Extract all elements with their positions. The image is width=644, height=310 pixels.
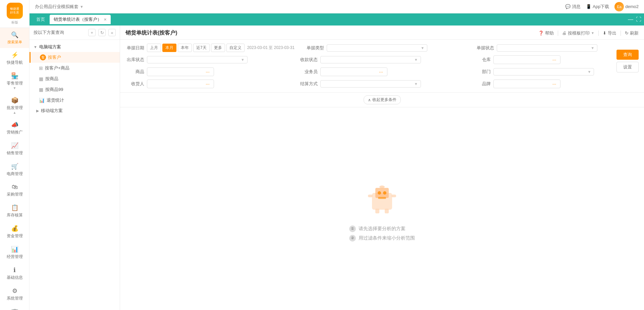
avatar: Ea: [614, 2, 624, 11]
consignee-input[interactable]: ···: [147, 80, 214, 88]
scheme-item-by-customer[interactable]: 客 按客户: [30, 52, 120, 63]
sidebar-item-sales[interactable]: 📈 销售管理: [0, 139, 29, 159]
brand-dots[interactable]: ···: [551, 81, 558, 87]
department-select[interactable]: ▼: [493, 68, 594, 75]
collapse-button[interactable]: ∧ 收起更多条件: [364, 95, 401, 104]
doc-status-select[interactable]: ▼: [497, 44, 597, 52]
receipt-status-cell: 收款状态 ▼: [299, 56, 466, 63]
tabbar: 首页 销货单统计表（按客户） ✕ — ⛶: [30, 13, 644, 25]
goods-dots[interactable]: ···: [204, 69, 211, 74]
sidebar-item-label: 经营管理: [7, 254, 23, 260]
scheme-item-by-goods99[interactable]: ▦ 按商品99: [30, 84, 120, 95]
app-download-button[interactable]: 📱 App下载: [586, 4, 609, 10]
export-icon: ⬇: [603, 31, 606, 36]
user-menu[interactable]: Ea demo2: [614, 2, 639, 11]
out-status-select[interactable]: ▼: [147, 56, 248, 63]
quicknav-icon: ⚡: [11, 51, 18, 59]
tip-text-2: 用过滤条件来缩小分析范围: [359, 235, 415, 241]
breadcrumb-dropdown[interactable]: 办公用品行业模拟账套 ▼: [35, 4, 84, 10]
settlement-chevron: ▼: [414, 82, 418, 86]
sidebar-item-operations[interactable]: 📊 经营管理: [0, 242, 29, 263]
warehouse-label: 仓库: [472, 57, 491, 63]
topbar: 办公用品行业模拟账套 ▼ 💬 消息 📱 App下载 Ea demo2: [30, 0, 644, 13]
search-icon: 🔍: [11, 31, 18, 39]
svg-point-2: [378, 191, 381, 195]
scheme-item-by-customer-goods[interactable]: ⊞ 按客户+商品: [30, 63, 120, 73]
date-btn-this-month[interactable]: 本月: [162, 44, 176, 52]
logo-text: 标版: [11, 20, 18, 25]
customer-goods-icon: ⊞: [39, 65, 43, 71]
system-icon: ⚙: [12, 287, 17, 295]
refresh-button[interactable]: ↻ 刷新: [625, 30, 639, 36]
settings-button[interactable]: 设置: [616, 62, 639, 72]
sidebar-logo: 畅捷通好生意 标版: [0, 0, 29, 28]
svg-rect-1: [375, 188, 389, 198]
sidebar-item-retail[interactable]: 🏪 零售管理 ▼: [0, 69, 29, 93]
tab-close-icon[interactable]: ✕: [104, 17, 107, 22]
message-label: 消息: [572, 4, 581, 10]
date-btn-this-year[interactable]: 本年: [178, 44, 192, 52]
date-filter-cell: 单据日期 上月 本月 本年 近7天 更多 自定义 2023-03-01 至 20…: [125, 44, 294, 52]
collapse-bar: ∧ 收起更多条件: [120, 93, 644, 107]
scheme-item-return-stat[interactable]: 📊 退货统计: [30, 95, 120, 106]
settlement-select[interactable]: ▼: [320, 80, 421, 88]
message-button[interactable]: 💬 消息: [565, 4, 581, 10]
help-button[interactable]: ❓ 帮助: [538, 30, 554, 36]
query-button[interactable]: 查询: [616, 50, 639, 60]
export-button[interactable]: ⬇ 导出: [603, 30, 616, 36]
brand-input[interactable]: ···: [493, 80, 560, 88]
sidebar-item-enterprise[interactable]: 🏢 企业协同: [0, 305, 29, 310]
print-button[interactable]: 🖨 按模板打印 ▼: [562, 30, 594, 36]
sidebar-item-ecommerce[interactable]: 🛒 电商管理: [0, 159, 29, 180]
sidebar-item-label: 零售管理: [7, 81, 23, 86]
consignee-dots[interactable]: ···: [204, 81, 211, 87]
tip-text-1: 请先选择要分析的方案: [359, 226, 406, 232]
warehouse-input[interactable]: ···: [493, 55, 560, 64]
date-btn-last-month[interactable]: 上月: [147, 44, 161, 52]
salesperson-input[interactable]: ···: [320, 67, 387, 76]
wholesale-icon: 📦: [11, 97, 18, 104]
sidebar-item-label: 电商管理: [7, 171, 23, 177]
doc-status-label: 单据状态: [475, 45, 494, 51]
doc-type-select[interactable]: ▼: [327, 44, 427, 52]
receipt-status-select[interactable]: ▼: [320, 56, 421, 63]
collapse-icon: ▶: [36, 109, 39, 113]
chevron-down-icon: ▼: [421, 46, 424, 50]
warehouse-dots[interactable]: ···: [551, 57, 558, 62]
svg-rect-6: [391, 195, 396, 197]
tab-maximize-icon[interactable]: ⛶: [636, 16, 641, 22]
mobile-scheme-header[interactable]: ▶ 移动端方案: [30, 106, 120, 116]
sidebar-item-marketing[interactable]: 📣 营销推广: [0, 118, 29, 139]
left-panel-actions: + ↻ «: [88, 29, 116, 36]
scheme-tree: ▼ 电脑端方案 客 按客户 ⊞ 按客户+商品 ▦ 按商品: [30, 40, 120, 118]
sidebar-item-basics[interactable]: ℹ 基础信息: [0, 263, 29, 284]
sidebar-item-finance[interactable]: 💰 资金管理: [0, 221, 29, 242]
date-btn-7days[interactable]: 近7天: [193, 44, 210, 52]
help-label: 帮助: [545, 30, 554, 36]
sidebar-item-inventory[interactable]: 📋 库存核算: [0, 201, 29, 221]
desktop-scheme-header[interactable]: ▼ 电脑端方案: [30, 42, 120, 52]
sidebar-item-quicknav[interactable]: ⚡ 快捷导航: [0, 48, 29, 69]
date-btn-custom[interactable]: 自定义: [226, 44, 245, 52]
filter-row-3: 商品 ··· 业务员 ··· 部门: [125, 67, 639, 76]
date-label: 单据日期: [125, 45, 144, 51]
tab-home[interactable]: 首页: [32, 15, 49, 24]
page-header: 销货单统计表(按客户) ❓ 帮助 🖨 按模板打印 ▼ ⬇: [120, 25, 644, 40]
sidebar-item-system[interactable]: ⚙ 系统管理: [0, 284, 29, 305]
sidebar-item-wholesale[interactable]: 📦 批发管理 ▲: [0, 93, 29, 118]
goods-input[interactable]: ···: [147, 67, 214, 76]
collapse-panel-button[interactable]: «: [108, 29, 116, 36]
scheme-item-by-goods[interactable]: ▦ 按商品: [30, 73, 120, 84]
tab-sales-stat[interactable]: 销货单统计表（按客户） ✕: [50, 15, 111, 24]
date-filter: 上月 本月 本年 近7天 更多 自定义 2023-03-01 至 2023-03…: [147, 44, 294, 52]
collapse-icon: ∧: [368, 98, 371, 102]
add-scheme-button[interactable]: +: [88, 29, 96, 36]
refresh-icon: ↻: [625, 31, 629, 36]
tab-minimize-icon[interactable]: —: [628, 16, 633, 22]
salesperson-dots[interactable]: ···: [378, 69, 384, 74]
refresh-scheme-button[interactable]: ↻: [98, 29, 106, 36]
sidebar-item-search[interactable]: 🔍 搜索菜单: [0, 28, 29, 48]
sidebar-item-purchase[interactable]: 🛍 采购管理: [0, 180, 29, 201]
topbar-right: 💬 消息 📱 App下载 Ea demo2: [565, 2, 639, 11]
date-btn-more[interactable]: 更多: [211, 44, 225, 52]
